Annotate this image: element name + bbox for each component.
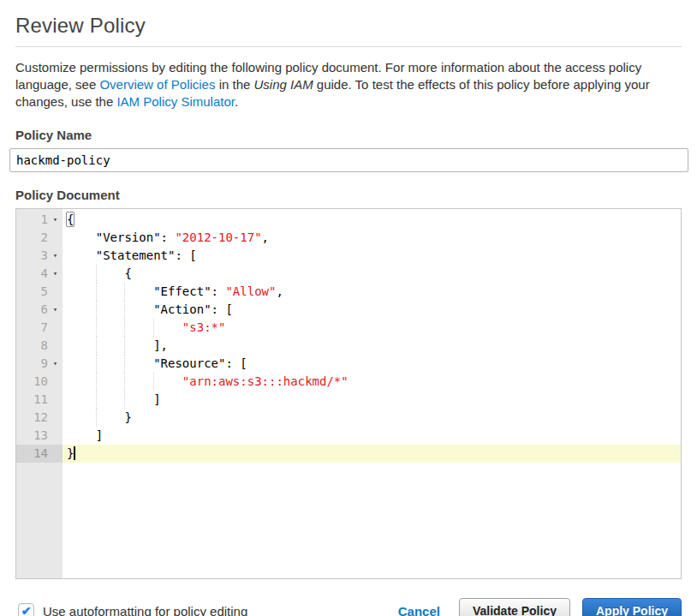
- indent-guide: [96, 319, 97, 337]
- fold-arrow-icon[interactable]: ▾: [48, 247, 63, 265]
- string-token: "Allow": [225, 284, 276, 298]
- gutter-row: 4▾: [16, 265, 63, 283]
- editor-line[interactable]: {: [63, 211, 681, 229]
- footer-bar: ✔ Use autoformatting for policy editing …: [15, 598, 682, 616]
- apply-policy-button[interactable]: Apply Policy: [582, 598, 682, 616]
- line-number: 7: [16, 319, 48, 337]
- code-token: "Effect":: [67, 284, 225, 298]
- line-number: 6: [16, 301, 48, 319]
- line-number: 9: [16, 355, 48, 373]
- line-number: 10: [16, 373, 48, 391]
- cancel-link[interactable]: Cancel: [398, 604, 440, 616]
- indent-guide: [124, 373, 125, 391]
- indent-guide: [96, 337, 97, 355]
- gutter-row: 13: [16, 427, 63, 445]
- editor-line[interactable]: ]: [63, 391, 681, 409]
- indent-guide: [153, 319, 154, 337]
- editor-line[interactable]: "s3:*": [63, 319, 681, 337]
- gutter-row: 2: [16, 229, 63, 247]
- gutter-row: 11: [16, 391, 63, 409]
- indent-guide: [96, 283, 97, 301]
- editor-line[interactable]: "Effect": "Allow",: [63, 283, 681, 301]
- indent-guide: [96, 301, 97, 319]
- indent-guide: [96, 373, 97, 391]
- editor-line[interactable]: "Action": [: [63, 301, 681, 319]
- footer-actions: Cancel Validate Policy Apply Policy: [398, 598, 682, 616]
- line-number: 2: [16, 229, 48, 247]
- policy-name-label: Policy Name: [15, 128, 682, 142]
- line-number: 5: [16, 283, 48, 301]
- gutter-row: 8: [16, 337, 63, 355]
- indent-guide: [124, 355, 125, 373]
- intro-text: Customize permissions by editing the fol…: [15, 59, 682, 111]
- indent-guide: [96, 391, 97, 409]
- review-policy-page: Review Policy Customize permissions by e…: [0, 0, 697, 616]
- gutter-row: 3▾: [16, 247, 63, 265]
- gutter-row: 9▾: [16, 355, 63, 373]
- autoformat-checkbox[interactable]: ✔: [18, 603, 34, 616]
- editor-line[interactable]: "Version": "2012-10-17",: [63, 229, 681, 247]
- fold-arrow-icon[interactable]: ▾: [48, 301, 63, 319]
- code-token: "Action": [: [67, 302, 233, 316]
- line-number: 12: [16, 409, 48, 427]
- editor-line[interactable]: }: [63, 409, 681, 427]
- line-number: 8: [16, 337, 48, 355]
- editor-line[interactable]: ]: [63, 427, 681, 445]
- editor-gutter: 1▾23▾4▾56▾789▾1011121314: [16, 209, 63, 578]
- code-token: }: [67, 410, 132, 424]
- gutter-row: 12: [16, 409, 63, 427]
- code-token: "Resource": [: [67, 356, 247, 370]
- overview-of-policies-link[interactable]: Overview of Policies: [99, 77, 215, 92]
- indent-guide: [153, 373, 154, 391]
- gutter-row: 7: [16, 319, 63, 337]
- indent-guide: [96, 409, 97, 427]
- editor-line[interactable]: "arn:aws:s3:::hackmd/*": [63, 373, 681, 391]
- gutter-row: 5: [16, 283, 63, 301]
- editor-line[interactable]: ],: [63, 337, 681, 355]
- validate-policy-button[interactable]: Validate Policy: [459, 598, 570, 616]
- gutter-row: 14: [16, 445, 63, 463]
- editor-line[interactable]: "Statement": [: [63, 247, 681, 265]
- policy-document-editor[interactable]: 1▾23▾4▾56▾789▾1011121314 { "Version": "2…: [15, 208, 682, 579]
- code-token: }: [67, 446, 74, 460]
- gutter-row: 10: [16, 373, 63, 391]
- iam-policy-simulator-link[interactable]: IAM Policy Simulator: [116, 94, 235, 109]
- code-token: ,: [276, 284, 283, 298]
- indent-guide: [96, 265, 97, 283]
- line-number: 1: [16, 211, 48, 229]
- fold-arrow-icon[interactable]: ▾: [48, 265, 63, 283]
- editor-line[interactable]: {: [63, 265, 681, 283]
- gutter-row: 1▾: [16, 211, 63, 229]
- indent-guide: [124, 319, 125, 337]
- line-number: 14: [16, 445, 48, 463]
- code-token: ]: [67, 392, 161, 406]
- line-number: 3: [16, 247, 48, 265]
- indent-guide: [124, 301, 125, 319]
- using-iam-guide-name: Using IAM: [254, 77, 313, 92]
- policy-name-input[interactable]: [9, 148, 688, 172]
- string-token: "s3:*": [182, 320, 226, 334]
- line-number: 4: [16, 265, 48, 283]
- editor-line[interactable]: "Resource": [: [63, 355, 681, 373]
- string-token: "arn:aws:s3:::hackmd/*": [182, 374, 348, 388]
- text-cursor: [74, 446, 75, 460]
- indent-guide: [124, 337, 125, 355]
- autoformat-option: ✔ Use autoformatting for policy editing: [18, 603, 247, 616]
- code-token: ]: [67, 428, 103, 442]
- indent-guide: [124, 283, 125, 301]
- code-token: "Statement": [: [67, 248, 197, 262]
- code-token: ],: [67, 338, 168, 352]
- fold-arrow-icon[interactable]: ▾: [48, 211, 63, 229]
- fold-arrow-icon[interactable]: ▾: [48, 355, 63, 373]
- editor-code-area[interactable]: { "Version": "2012-10-17", "Statement": …: [63, 209, 681, 578]
- policy-document-label: Policy Document: [15, 188, 682, 202]
- code-token: ,: [262, 230, 269, 244]
- intro-text-part2: in the: [215, 77, 253, 92]
- header-divider: [15, 46, 682, 47]
- editor-line[interactable]: }: [63, 445, 681, 463]
- autoformat-label: Use autoformatting for policy editing: [43, 604, 247, 616]
- checkmark-icon: ✔: [21, 605, 32, 616]
- string-token: "2012-10-17": [175, 230, 261, 244]
- indent-guide: [96, 355, 97, 373]
- page-title: Review Policy: [15, 14, 682, 38]
